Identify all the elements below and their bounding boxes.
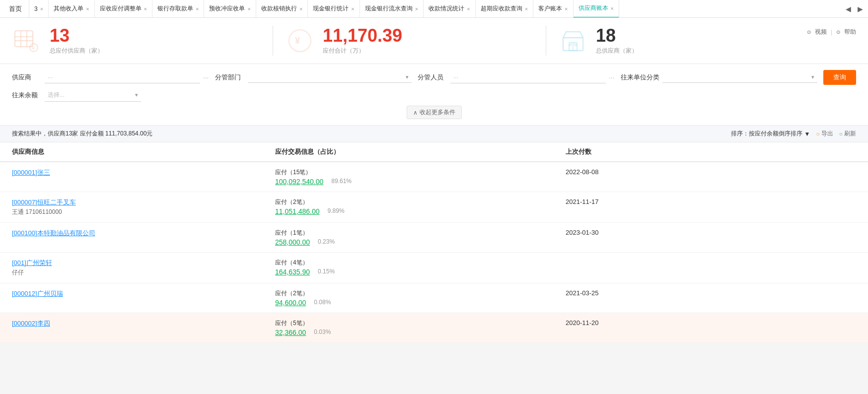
person-input[interactable] bbox=[450, 72, 606, 83]
summary-value-suppliers: 13 bbox=[50, 27, 103, 45]
nav-tab-tab2[interactable]: 其他收入单× bbox=[49, 0, 94, 18]
transaction-percent: 0.23% bbox=[318, 238, 335, 245]
cell-transaction: 应付（2笔） 94,600.00 0.08% bbox=[275, 289, 566, 307]
nav-tab-tab7[interactable]: 现金银行统计× bbox=[308, 0, 360, 18]
summary-label-total: 总供应商（家） bbox=[596, 47, 638, 55]
nav-tab-tab6[interactable]: 收款核销执行× bbox=[256, 0, 308, 18]
nav-tab-tab1[interactable]: 3× bbox=[29, 0, 49, 18]
supplier-contact: 仔仔 bbox=[12, 268, 275, 277]
tab-close-icon[interactable]: × bbox=[467, 6, 470, 12]
supplier-icon: ¥ bbox=[12, 26, 42, 56]
nav-tab-tab5[interactable]: 预收冲应收单× bbox=[204, 0, 256, 18]
tab-label: 应收应付调整单 bbox=[100, 4, 142, 13]
transaction-amount[interactable]: 11,051,486.00 bbox=[275, 207, 320, 215]
category-chevron-icon: ▾ bbox=[811, 74, 814, 80]
last-payment-date: 2021-11-17 bbox=[566, 198, 856, 205]
cell-transaction: 应付（15笔） 100,092,540.00 89.61% bbox=[275, 168, 566, 186]
tab-label: 银行存取款单 bbox=[157, 4, 193, 13]
table-header: 供应商信息 应付交易信息（占比） 上次付数 bbox=[0, 142, 868, 162]
nav-tab-tab3[interactable]: 应收应付调整单× bbox=[95, 0, 152, 18]
cell-transaction: 应付（1笔） 258,000.00 0.23% bbox=[275, 229, 566, 246]
sort-down-icon: ▼ bbox=[804, 131, 810, 137]
table-row: [000100]本特勤油品有限公司 应付（1笔） 258,000.00 0.23… bbox=[0, 223, 868, 253]
cell-lastpayment: 2022-08-08 bbox=[566, 168, 856, 176]
export-button[interactable]: ○ 导出 bbox=[816, 130, 833, 138]
dept-filter-label: 分管部门 bbox=[215, 73, 245, 82]
help-link[interactable]: 帮助 bbox=[844, 28, 856, 36]
tab-close-icon[interactable]: × bbox=[86, 6, 89, 12]
circle-icon-video: ⊙ bbox=[807, 29, 811, 35]
category-select[interactable]: ▾ bbox=[662, 72, 818, 83]
supplier-filter-label: 供应商 bbox=[12, 73, 42, 82]
balance-chevron-icon: ▾ bbox=[135, 92, 138, 98]
transaction-label: 应付（4笔） bbox=[275, 259, 566, 267]
circle-icon-help: ⊙ bbox=[836, 29, 840, 35]
collapse-icon: ∧ bbox=[413, 109, 418, 116]
nav-tab-tab8[interactable]: 现金银行流水查询× bbox=[360, 0, 424, 18]
video-link[interactable]: 视频 bbox=[815, 28, 827, 36]
transaction-percent: 0.03% bbox=[314, 328, 331, 335]
tab-close-icon[interactable]: × bbox=[611, 5, 614, 11]
transaction-percent: 89.61% bbox=[331, 178, 352, 185]
collapse-label: 收起更多条件 bbox=[420, 108, 455, 117]
tab-close-icon[interactable]: × bbox=[144, 6, 147, 12]
supplier-dots-icon[interactable]: ··· bbox=[203, 73, 209, 81]
store-icon bbox=[558, 26, 588, 56]
supplier-input[interactable] bbox=[45, 72, 200, 83]
nav-tab-tab10[interactable]: 超期应收款查询× bbox=[476, 0, 533, 18]
transaction-label: 应付（2笔） bbox=[275, 289, 566, 298]
nav-tab-tab9[interactable]: 收款情况统计× bbox=[424, 0, 475, 18]
transaction-amount[interactable]: 32,366.00 bbox=[275, 328, 306, 336]
tab-close-icon[interactable]: × bbox=[415, 6, 418, 12]
tab-close-icon[interactable]: × bbox=[40, 6, 43, 12]
nav-tab-tab11[interactable]: 客户账本× bbox=[533, 0, 573, 18]
nav-prev-arrow[interactable]: ◀ bbox=[842, 0, 854, 18]
supplier-name-link[interactable]: [000001]张三 bbox=[12, 168, 275, 177]
sort-button[interactable]: 排序：按应付余额倒序排序 ▼ bbox=[731, 130, 810, 138]
amount-icon: ¥ bbox=[285, 26, 315, 56]
tab-close-icon[interactable]: × bbox=[525, 6, 528, 12]
top-navigation: 首页 3×其他收入单×应收应付调整单×银行存取款单×预收冲应收单×收款核销执行×… bbox=[0, 0, 868, 18]
nav-tab-tab12[interactable]: 供应商账本× bbox=[574, 0, 619, 18]
person-dots-icon[interactable]: ··· bbox=[609, 73, 615, 81]
transaction-amount[interactable]: 100,092,540.00 bbox=[275, 178, 323, 186]
supplier-name-link[interactable]: [001]广州荣轩 bbox=[12, 259, 275, 267]
balance-select[interactable]: 选择... ▾ bbox=[45, 89, 141, 102]
filter-area: 供应商 ··· 分管部门 ▾ 分管人员 ··· 往来单位分类 ▾ 查询 bbox=[0, 64, 868, 126]
results-actions: 排序：按应付余额倒序排序 ▼ ○ 导出 ○ 刷新 bbox=[731, 130, 856, 138]
tab-close-icon[interactable]: × bbox=[196, 6, 199, 12]
summary-value-amount: 11,170.39 bbox=[323, 27, 402, 45]
nav-next-arrow[interactable]: ▶ bbox=[854, 0, 866, 18]
cell-transaction: 应付（4笔） 164,635.90 0.15% bbox=[275, 259, 566, 276]
transaction-amount[interactable]: 258,000.00 bbox=[275, 238, 310, 246]
top-right-links: ⊙ 视频 | ⊙ 帮助 bbox=[807, 26, 856, 36]
supplier-name-link[interactable]: [000012]广州贝瑞 bbox=[12, 289, 275, 298]
sort-label: 排序：按应付余额倒序排序 bbox=[731, 130, 802, 138]
svg-rect-13 bbox=[574, 44, 577, 46]
tab-close-icon[interactable]: × bbox=[565, 6, 568, 12]
category-filter-label: 往来单位分类 bbox=[621, 73, 659, 82]
supplier-name-link[interactable]: [000007]恒旺二手叉车 bbox=[12, 198, 275, 207]
transaction-amount[interactable]: 94,600.00 bbox=[275, 299, 306, 307]
refresh-label: 刷新 bbox=[844, 130, 856, 138]
cell-supplier: [000002]李四 bbox=[12, 319, 275, 328]
query-button[interactable]: 查询 bbox=[823, 70, 856, 85]
refresh-button[interactable]: ○ 刷新 bbox=[839, 130, 856, 138]
nav-tab-tab4[interactable]: 银行存取款单× bbox=[152, 0, 204, 18]
supplier-name-link[interactable]: [000002]李四 bbox=[12, 319, 275, 328]
collapse-button[interactable]: ∧ 收起更多条件 bbox=[407, 106, 462, 119]
tab-close-icon[interactable]: × bbox=[299, 6, 302, 12]
nav-home[interactable]: 首页 bbox=[2, 0, 29, 18]
supplier-name-link[interactable]: [000100]本特勤油品有限公司 bbox=[12, 229, 275, 238]
transaction-label: 应付（5笔） bbox=[275, 319, 566, 328]
tab-close-icon[interactable]: × bbox=[351, 6, 354, 12]
transaction-label: 应付（2笔） bbox=[275, 198, 566, 206]
tab-label: 收款核销执行 bbox=[261, 4, 297, 13]
transaction-amount[interactable]: 164,635.90 bbox=[275, 268, 310, 276]
filter-row-2: 往来余额 选择... ▾ bbox=[12, 89, 856, 102]
balance-select-placeholder: 选择... bbox=[48, 91, 65, 99]
tab-close-icon[interactable]: × bbox=[247, 6, 250, 12]
cell-supplier: [000001]张三 bbox=[12, 168, 275, 177]
transaction-label: 应付（1笔） bbox=[275, 229, 566, 237]
dept-select[interactable]: ▾ bbox=[248, 72, 412, 83]
